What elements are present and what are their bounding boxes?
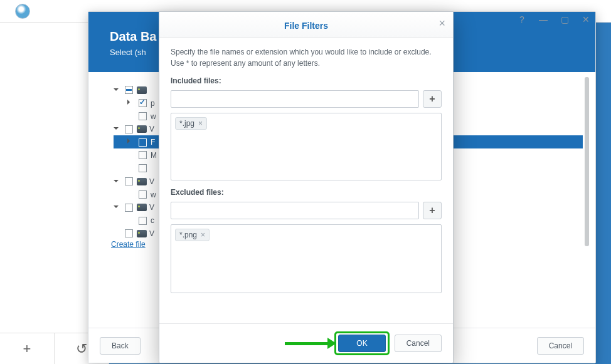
volume-icon (137, 204, 147, 211)
caret-icon[interactable] (127, 138, 132, 143)
add-button[interactable]: + (0, 333, 55, 364)
dialog-intro-text: Specify the file names or extension whic… (171, 46, 442, 69)
ok-highlight: OK (334, 331, 389, 355)
tree-label: w (151, 190, 156, 199)
close-icon[interactable]: ✕ (580, 14, 592, 24)
included-input[interactable] (171, 90, 419, 108)
caret-icon[interactable] (114, 180, 119, 185)
excluded-input[interactable] (171, 202, 419, 219)
maximize-icon[interactable]: ▢ (559, 14, 570, 24)
file-filters-dialog: × File Filters Specify the file names or… (159, 11, 454, 363)
volume-icon (137, 178, 147, 185)
tree-checkbox[interactable] (139, 164, 147, 172)
caret-icon[interactable] (127, 100, 132, 105)
included-chip: *.jpg× (175, 117, 207, 130)
excluded-label: Excluded files: (171, 188, 442, 197)
app-logo-icon (15, 4, 30, 19)
back-button[interactable]: Back (100, 337, 141, 355)
included-section: Included files: + *.jpg× (171, 76, 442, 180)
tree-label: M (151, 151, 157, 160)
chip-label: *.png (179, 231, 197, 239)
window-controls: ? — ▢ ✕ (516, 14, 592, 24)
caret-icon[interactable] (114, 88, 119, 93)
volume-icon (137, 125, 147, 133)
tree-scrollbar[interactable] (585, 77, 589, 246)
excluded-add-button[interactable]: + (423, 202, 442, 219)
chip-label: *.jpg (179, 119, 194, 128)
tree-checkbox[interactable] (125, 125, 133, 133)
tree-checkbox[interactable] (139, 217, 147, 225)
tree-checkbox[interactable] (139, 190, 147, 199)
chip-remove-icon[interactable]: × (201, 231, 205, 239)
tree-label: c (151, 216, 154, 225)
create-file-filter-link[interactable]: Create file (111, 240, 146, 249)
chip-remove-icon[interactable]: × (198, 119, 203, 128)
dialog-title: File Filters (159, 12, 453, 38)
volume-icon (137, 230, 147, 237)
included-label: Included files: (171, 76, 442, 85)
tree-label: V (149, 229, 154, 238)
tree-label: V (149, 203, 154, 212)
tree-checkbox[interactable] (139, 99, 147, 107)
dialog-close-icon[interactable]: × (438, 17, 445, 30)
included-chipbox: *.jpg× (171, 113, 442, 180)
annotation-arrow (285, 338, 336, 349)
cancel-button[interactable]: Cancel (395, 335, 442, 352)
minimize-icon[interactable]: — (538, 14, 549, 24)
ok-button[interactable]: OK (338, 335, 385, 352)
tree-label: V (149, 125, 154, 133)
tree-checkbox[interactable] (125, 177, 133, 185)
volume-icon (137, 86, 147, 94)
included-add-button[interactable]: + (423, 90, 442, 108)
dialog-footer: OK Cancel (159, 323, 453, 363)
tree-checkbox[interactable] (139, 138, 147, 147)
caret-icon[interactable] (114, 205, 119, 211)
caret-icon[interactable] (114, 127, 119, 132)
tree-label: F (151, 138, 155, 147)
help-icon[interactable]: ? (516, 14, 528, 24)
tree-checkbox[interactable] (125, 86, 133, 94)
tree-label: w (151, 112, 156, 120)
tree-label: p (151, 99, 155, 108)
tree-checkbox[interactable] (125, 204, 133, 212)
excluded-chip: *.png× (175, 229, 210, 241)
tree-checkbox[interactable] (125, 229, 133, 237)
tree-checkbox[interactable] (139, 151, 147, 159)
tree-checkbox[interactable] (139, 112, 147, 120)
main-cancel-button[interactable]: Cancel (537, 337, 584, 355)
tree-label: V (149, 177, 154, 186)
excluded-section: Excluded files: + *.png× (171, 188, 442, 293)
excluded-chipbox: *.png× (171, 224, 442, 293)
